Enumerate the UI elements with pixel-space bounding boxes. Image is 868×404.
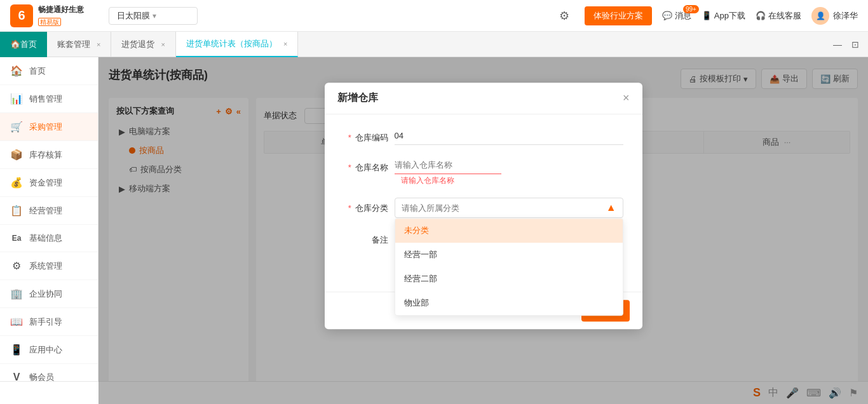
sidebar-item-guide-label: 新手引导 xyxy=(29,316,62,328)
username-label: 徐泽华 xyxy=(833,10,858,22)
app-center-icon: 📱 xyxy=(10,344,23,356)
sidebar-item-sales[interactable]: 📊 销售管理 xyxy=(0,85,98,113)
headset-icon: 🎧 xyxy=(756,11,766,20)
category-input[interactable] xyxy=(402,203,606,213)
chevron-down-icon: ▾ xyxy=(153,11,156,20)
tab-bar: 🏠 首页 账套管理 × 进货退货 × 进货单统计表（按商品） × — ⊡ xyxy=(0,32,868,57)
sidebar-item-operations[interactable]: 📋 经营管理 xyxy=(0,197,98,225)
sidebar-item-app-center-label: 应用中心 xyxy=(29,344,62,356)
sidebar-item-inventory[interactable]: 📦 库存核算 xyxy=(0,141,98,169)
sidebar-item-system[interactable]: ⚙ 系统管理 xyxy=(0,252,98,280)
home-icon: 🏠 xyxy=(10,65,23,77)
tab-purchase-stats-close[interactable]: × xyxy=(283,40,287,48)
phone-icon: 📱 xyxy=(702,11,712,20)
logo-icon: 6 xyxy=(10,4,33,27)
code-input[interactable] xyxy=(395,127,623,145)
dropdown-item-ops2[interactable]: 经营二部 xyxy=(395,267,623,291)
guide-icon: 📖 xyxy=(10,316,23,328)
dialog-title: 新增仓库 xyxy=(337,91,378,105)
settings-icon[interactable]: ⚙ xyxy=(554,6,574,26)
header-icon-group: 💬 消息 99+ 📱 App下载 🎧 在线客服 xyxy=(662,10,801,22)
message-icon: 💬 xyxy=(662,11,672,20)
sales-icon: 📊 xyxy=(10,93,23,105)
main-layout: 🏠 首页 📊 销售管理 🛒 采购管理 📦 库存核算 💰 资金管理 📋 经营管理 … xyxy=(0,57,868,404)
sidebar-item-home[interactable]: 🏠 首页 xyxy=(0,57,98,85)
sidebar-item-operations-label: 经营管理 xyxy=(29,205,62,217)
tab-expand-button[interactable]: ⊡ xyxy=(848,37,863,52)
tab-purchase-stats[interactable]: 进货单统计表（按商品） × xyxy=(176,32,298,57)
customer-service-label: 在线客服 xyxy=(768,10,801,22)
sidebar-item-finance[interactable]: 💰 资金管理 xyxy=(0,169,98,197)
tab-account-management[interactable]: 账套管理 × xyxy=(47,32,111,57)
logo-badge: 精易版 xyxy=(38,18,61,26)
inventory-icon: 📦 xyxy=(10,149,23,161)
message-area[interactable]: 💬 消息 99+ xyxy=(662,10,691,22)
tab-purchase-return-close[interactable]: × xyxy=(161,41,165,48)
dropdown-item-property[interactable]: 物业部 xyxy=(395,291,623,315)
category-label: * 仓库分类 xyxy=(344,198,395,214)
dialog-header: 新增仓库 × xyxy=(325,83,642,114)
basic-info-icon: Ea xyxy=(10,234,23,243)
dialog-close-button[interactable]: × xyxy=(623,91,630,105)
name-label-text: 仓库名称 xyxy=(355,163,388,172)
tab-account-close[interactable]: × xyxy=(97,41,100,48)
sidebar-item-system-label: 系统管理 xyxy=(29,260,62,272)
sidebar-item-finance-label: 资金管理 xyxy=(29,177,62,189)
name-required-mark: * xyxy=(348,163,351,172)
app-download-label: App下载 xyxy=(714,10,745,22)
enterprise-icon: 🏢 xyxy=(10,288,23,300)
sidebar-item-basic-info-label: 基础信息 xyxy=(29,232,62,244)
finance-icon: 💰 xyxy=(10,177,23,189)
tab-minimize-button[interactable]: — xyxy=(830,37,845,52)
sidebar: 🏠 首页 📊 销售管理 🛒 采购管理 📦 库存核算 💰 资金管理 📋 经营管理 … xyxy=(0,57,98,404)
code-label-text: 仓库编码 xyxy=(355,133,388,142)
store-selector[interactable]: 日太阳膜 ▾ xyxy=(109,7,198,25)
avatar: 👤 xyxy=(811,7,829,25)
sidebar-item-purchase-label: 采购管理 xyxy=(29,121,62,133)
category-label-text: 仓库分类 xyxy=(355,203,388,213)
user-area[interactable]: 👤 徐泽华 xyxy=(811,7,858,25)
new-warehouse-dialog: 新增仓库 × * 仓库编码 * 仓库名称 xyxy=(325,83,642,329)
dialog-body: * 仓库编码 * 仓库名称 请输入仓库名称 xyxy=(325,114,642,292)
note-label-text: 备注 xyxy=(372,235,388,245)
trial-button[interactable]: 体验行业方案 xyxy=(585,6,652,25)
category-input-wrap: ▲ 未分类 经营一部 经营二部 物业部 xyxy=(395,198,623,218)
sidebar-item-guide[interactable]: 📖 新手引导 xyxy=(0,308,98,336)
name-label: * 仓库名称 xyxy=(344,157,395,173)
tab-right-buttons: — ⊡ xyxy=(830,37,868,52)
tab-purchase-return-label: 进货退货 xyxy=(121,39,154,50)
form-row-name: * 仓库名称 请输入仓库名称 xyxy=(344,156,623,186)
header-actions: ⚙ 体验行业方案 💬 消息 99+ 📱 App下载 🎧 在线客服 👤 徐泽华 xyxy=(554,6,858,26)
sidebar-item-enterprise-label: 企业协同 xyxy=(29,288,62,300)
tab-purchase-stats-label: 进货单统计表（按商品） xyxy=(186,38,277,50)
tab-home-label: 首页 xyxy=(20,39,37,50)
category-required-mark: * xyxy=(348,203,351,213)
dropdown-item-unclassified[interactable]: 未分类 xyxy=(395,219,623,243)
logo-area: 6 畅捷通好生意 精易版 xyxy=(10,4,109,27)
logo-text: 畅捷通好生意 精易版 xyxy=(38,4,84,27)
store-name: 日太阳膜 xyxy=(117,10,150,22)
code-label: * 仓库编码 xyxy=(344,127,395,144)
sidebar-item-app-center[interactable]: 📱 应用中心 xyxy=(0,336,98,364)
sidebar-item-inventory-label: 库存核算 xyxy=(29,149,62,161)
sidebar-item-basic-info[interactable]: Ea 基础信息 xyxy=(0,225,98,252)
tab-home[interactable]: 🏠 首页 xyxy=(0,32,47,57)
sidebar-item-enterprise[interactable]: 🏢 企业协同 xyxy=(0,280,98,308)
system-icon: ⚙ xyxy=(10,260,23,272)
message-badge: 99+ xyxy=(683,5,699,13)
app-download-area[interactable]: 📱 App下载 xyxy=(702,10,745,22)
sidebar-item-home-label: 首页 xyxy=(29,65,46,77)
form-row-code: * 仓库编码 xyxy=(344,127,623,145)
note-label: 备注 xyxy=(344,229,395,246)
form-row-category: * 仓库分类 ▲ 未分类 经营一部 经营二部 物业部 xyxy=(344,198,623,218)
tab-purchase-return[interactable]: 进货退货 × xyxy=(111,32,175,57)
name-error-message: 请输入仓库名称 xyxy=(401,176,454,185)
home-icon: 🏠 xyxy=(10,39,20,49)
dropdown-item-ops1[interactable]: 经营一部 xyxy=(395,243,623,267)
sidebar-item-purchase[interactable]: 🛒 采购管理 xyxy=(0,113,98,141)
customer-service-area[interactable]: 🎧 在线客服 xyxy=(756,10,801,22)
purchase-icon: 🛒 xyxy=(10,121,23,133)
tab-account-label: 账套管理 xyxy=(57,39,90,50)
category-dropdown[interactable]: ▲ xyxy=(395,198,623,218)
name-input[interactable] xyxy=(395,156,501,174)
